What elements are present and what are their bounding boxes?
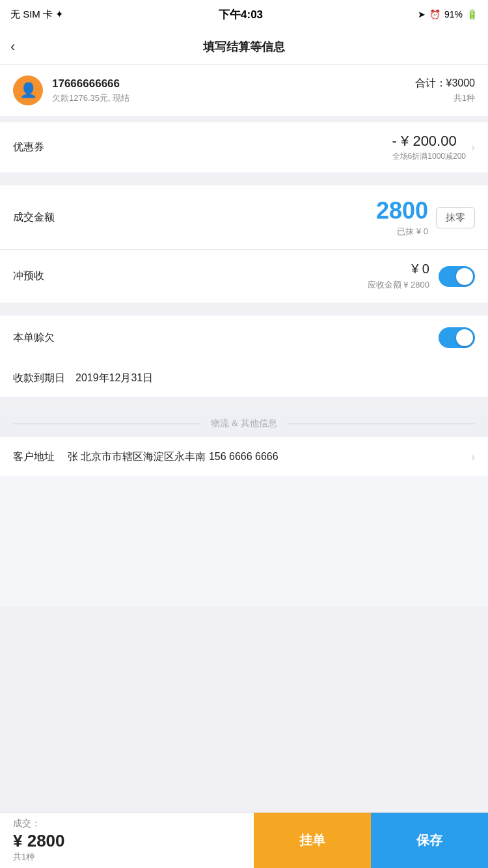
debt-label: 本单赊欠 xyxy=(13,331,55,345)
status-left: 无 SIM 卡 ✦ xyxy=(10,8,64,21)
transaction-section: 成交金额 2800 已抹 ¥ 0 抹零 冲预收 ¥ 0 应收金额 ¥ 2800 xyxy=(0,185,488,303)
status-time: 下午4:03 xyxy=(219,7,263,22)
logistics-divider: 物流 & 其他信息 xyxy=(0,410,488,437)
nav-bar: ‹ 填写结算等信息 xyxy=(0,29,488,65)
transaction-sub: 已抹 ¥ 0 xyxy=(376,226,428,237)
debt-toggle-knob xyxy=(456,329,473,346)
coupon-amount: - ¥ 200.00 xyxy=(392,133,466,150)
address-row[interactable]: 客户地址 张 北京市市辖区海淀区永丰南 156 6666 6666 › xyxy=(0,437,488,476)
back-button[interactable]: ‹ xyxy=(10,38,15,55)
logistics-line-left xyxy=(13,424,200,424)
logistics-text: 物流 & 其他信息 xyxy=(200,418,287,429)
footer-count: 共1种 xyxy=(13,851,241,863)
customer-phone: 17666666666 xyxy=(52,77,129,90)
logistics-line-right xyxy=(288,424,475,424)
section-separator-2 xyxy=(0,309,488,316)
total-amount: 合计：¥3000 xyxy=(415,77,476,90)
customer-card: 👤 17666666666 欠款1276.35元, 现结 合计：¥3000 共1… xyxy=(0,65,488,116)
hang-button[interactable]: 挂单 xyxy=(254,813,371,869)
debt-row: 本单赊欠 xyxy=(0,316,488,360)
content-area: 👤 17666666666 欠款1276.35元, 现结 合计：¥3000 共1… xyxy=(0,65,488,665)
location-icon: ➤ xyxy=(418,9,426,20)
prepay-toggle[interactable] xyxy=(439,266,475,287)
footer-deal-label: 成交： xyxy=(13,818,241,830)
footer: 成交： ¥ 2800 共1种 挂单 保存 xyxy=(0,812,488,868)
transaction-right: 2800 已抹 ¥ 0 抹零 xyxy=(376,197,475,237)
section-separator-3 xyxy=(0,403,488,410)
transaction-row: 成交金额 2800 已抹 ¥ 0 抹零 xyxy=(0,185,488,249)
address-value: 张 北京市市辖区海淀区永丰南 156 6666 6666 xyxy=(68,449,471,465)
footer-info: 成交： ¥ 2800 共1种 xyxy=(0,818,254,863)
customer-right: 合计：¥3000 共1种 xyxy=(415,77,476,104)
address-chevron-icon: › xyxy=(471,450,475,464)
battery-text: 91% xyxy=(444,9,463,20)
footer-amount: ¥ 2800 xyxy=(13,831,241,851)
coupon-row[interactable]: 优惠券 - ¥ 200.00 全场6折满1000减200 › xyxy=(0,122,488,172)
debt-section: 本单赊欠 收款到期日 2019年12月31日 xyxy=(0,316,488,397)
coupon-desc: 全场6折满1000减200 xyxy=(392,151,466,162)
total-label: 合计： xyxy=(415,77,446,88)
status-bar: 无 SIM 卡 ✦ 下午4:03 ➤ ⏰ 91% 🔋 xyxy=(0,0,488,29)
avatar: 👤 xyxy=(13,75,43,105)
toggle-knob xyxy=(456,268,473,285)
customer-left: 👤 17666666666 欠款1276.35元, 现结 xyxy=(13,75,129,105)
section-separator-1 xyxy=(0,179,488,185)
transaction-amount-col: 2800 已抹 ¥ 0 xyxy=(376,197,428,237)
gray-background xyxy=(0,476,488,606)
total-value: ¥3000 xyxy=(446,77,476,88)
due-date-value: 2019年12月31日 xyxy=(75,372,153,385)
due-date-label: 收款到期日 xyxy=(13,372,65,385)
battery-icon: 🔋 xyxy=(467,9,478,20)
avatar-icon: 👤 xyxy=(20,82,37,99)
page-title: 填写结算等信息 xyxy=(203,39,285,55)
status-right: ➤ ⏰ 91% 🔋 xyxy=(418,9,478,20)
coupon-chevron-icon: › xyxy=(471,141,475,154)
coupon-label: 优惠券 xyxy=(13,141,44,154)
prepay-amount-col: ¥ 0 应收金额 ¥ 2800 xyxy=(368,262,429,291)
customer-row: 👤 17666666666 欠款1276.35元, 现结 合计：¥3000 共1… xyxy=(0,65,488,116)
coupon-right: - ¥ 200.00 全场6折满1000减200 › xyxy=(392,133,475,162)
prepay-row: 冲预收 ¥ 0 应收金额 ¥ 2800 xyxy=(0,249,488,303)
sim-text: 无 SIM 卡 ✦ xyxy=(10,8,64,21)
prepay-sub: 应收金额 ¥ 2800 xyxy=(368,279,429,291)
customer-debt: 欠款1276.35元, 现结 xyxy=(52,92,129,104)
alarm-icon: ⏰ xyxy=(429,9,441,20)
address-label: 客户地址 xyxy=(13,450,55,464)
transaction-label: 成交金额 xyxy=(13,211,55,224)
total-count: 共1种 xyxy=(415,92,476,104)
debt-toggle[interactable] xyxy=(439,327,475,348)
due-date-row: 收款到期日 2019年12月31日 xyxy=(0,360,488,397)
coupon-info: - ¥ 200.00 全场6折满1000减200 xyxy=(392,133,466,162)
transaction-amount: 2800 xyxy=(376,197,428,224)
save-button[interactable]: 保存 xyxy=(371,813,488,869)
prepay-amount: ¥ 0 xyxy=(411,262,429,277)
prepay-label: 冲预收 xyxy=(13,269,44,283)
round-zero-button[interactable]: 抹零 xyxy=(436,207,475,228)
customer-info: 17666666666 欠款1276.35元, 现结 xyxy=(52,77,129,104)
prepay-right: ¥ 0 应收金额 ¥ 2800 xyxy=(368,262,475,291)
